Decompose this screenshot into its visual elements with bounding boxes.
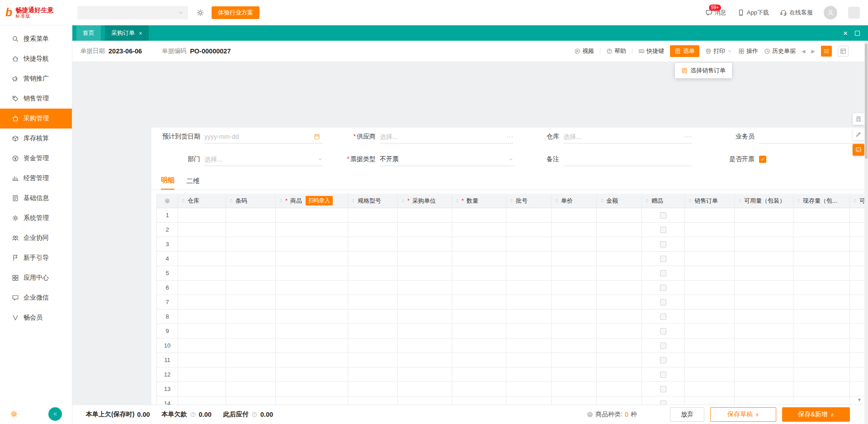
sidebar-item-system[interactable]: 系统管理: [0, 208, 72, 228]
gift-checkbox[interactable]: [660, 372, 666, 378]
notes-tool-button[interactable]: [853, 113, 864, 125]
sidebar-settings-icon[interactable]: [10, 410, 18, 418]
sidebar-item-money[interactable]: 资金管理: [0, 148, 72, 168]
gift-checkbox[interactable]: [660, 299, 666, 305]
column-sort-icon[interactable]: [599, 198, 604, 203]
pick-sales-order-popup[interactable]: 选择销售订单: [675, 63, 732, 78]
fullscreen-icon[interactable]: [855, 31, 860, 36]
tab-detail[interactable]: 明细: [161, 176, 175, 190]
tab-home[interactable]: 首页: [76, 25, 101, 41]
history-button[interactable]: 历史单据: [764, 47, 796, 55]
sidebar-item-inventory[interactable]: 库存核算: [0, 129, 72, 148]
sidebar-item-purchase[interactable]: 采购管理: [0, 109, 72, 129]
column-sort-icon[interactable]: [455, 198, 460, 203]
secondary-avatar[interactable]: [848, 7, 860, 19]
next-doc-arrow[interactable]: ▶: [811, 48, 815, 54]
sidebar-item-sale[interactable]: 销售管理: [0, 89, 72, 109]
column-sort-icon[interactable]: [554, 198, 559, 203]
sidebar-item-apps[interactable]: 应用中心: [0, 268, 72, 288]
dept-input[interactable]: [204, 152, 317, 166]
sidebar-item-collab[interactable]: 企业协同: [0, 228, 72, 248]
gift-checkbox[interactable]: [660, 256, 666, 262]
chevron-down-icon[interactable]: [508, 157, 514, 162]
sidebar-item-wechat[interactable]: 企业微信: [0, 288, 72, 308]
save-and-new-button[interactable]: 保存&新增∧: [782, 407, 850, 422]
column-sort-icon[interactable]: [737, 198, 742, 203]
operations-button[interactable]: 操作: [738, 47, 758, 55]
header-gear-icon[interactable]: [196, 9, 204, 17]
grid-view-toggle[interactable]: [838, 46, 849, 57]
invoice-type-select[interactable]: 不开票: [380, 152, 514, 166]
column-sort-icon[interactable]: [229, 198, 234, 203]
pick-order-button[interactable]: 选单: [670, 45, 699, 57]
sidebar-item-search[interactable]: 搜索菜单: [0, 29, 72, 49]
chevron-down-icon[interactable]: [178, 10, 184, 15]
prev-doc-arrow[interactable]: ◀: [802, 48, 805, 54]
question-circle-icon[interactable]: [251, 411, 258, 418]
remark-input[interactable]: [563, 152, 692, 166]
service-tool-button[interactable]: [853, 144, 864, 156]
column-settings-icon[interactable]: [164, 198, 170, 204]
tab-purchase-order[interactable]: 采购订单 ×: [105, 25, 149, 41]
gift-checkbox[interactable]: [660, 212, 666, 219]
close-all-tabs-icon[interactable]: ×: [843, 29, 848, 37]
tab-close-icon[interactable]: ×: [139, 30, 142, 37]
cancel-button[interactable]: 放弃: [670, 407, 704, 422]
column-sort-icon[interactable]: [181, 198, 186, 203]
hotkey-button[interactable]: 快捷键: [638, 47, 664, 55]
search-input[interactable]: [82, 9, 178, 16]
list-view-toggle[interactable]: [821, 46, 832, 57]
gift-checkbox[interactable]: [660, 357, 666, 363]
user-avatar[interactable]: [824, 6, 837, 19]
gift-checkbox[interactable]: [660, 386, 666, 392]
messages-button[interactable]: 99+ 消息: [705, 9, 726, 17]
column-sort-icon[interactable]: [853, 198, 858, 203]
global-search[interactable]: [77, 6, 188, 19]
sidebar-item-home[interactable]: 快捷导航: [0, 49, 72, 69]
online-service-button[interactable]: 在线客服: [780, 9, 813, 17]
scan-entry-button[interactable]: 扫码录入: [306, 196, 333, 205]
gift-checkbox[interactable]: [660, 241, 666, 248]
dept-select[interactable]: [204, 152, 323, 166]
column-sort-icon[interactable]: [401, 198, 406, 203]
column-sort-icon[interactable]: [509, 198, 514, 203]
column-sort-icon[interactable]: [688, 198, 693, 203]
warehouse-picker-icon[interactable]: ···: [683, 133, 692, 140]
salesman-input[interactable]: [759, 130, 868, 143]
column-sort-icon[interactable]: [796, 198, 801, 203]
supplier-select[interactable]: ···: [380, 130, 514, 143]
expect-date-input[interactable]: [204, 130, 323, 143]
column-sort-icon[interactable]: [645, 198, 650, 203]
save-draft-button[interactable]: 保存草稿∧: [710, 407, 776, 422]
edit-tool-button[interactable]: [853, 129, 864, 140]
scroll-down-hint-icon[interactable]: ▼: [857, 397, 862, 402]
chevron-down-icon[interactable]: [317, 157, 323, 162]
sidebar-item-info[interactable]: 基础信息: [0, 188, 72, 208]
help-button[interactable]: 帮助: [606, 47, 626, 55]
tab-dimension[interactable]: 二维: [186, 177, 200, 190]
gift-checkbox[interactable]: [660, 328, 666, 334]
warehouse-select[interactable]: ···: [563, 130, 692, 143]
sidebar-collapse-button[interactable]: [48, 407, 62, 421]
sidebar-item-business[interactable]: 经营管理: [0, 168, 72, 188]
gift-checkbox[interactable]: [660, 270, 666, 276]
salesman-select[interactable]: ···: [759, 130, 868, 143]
supplier-input[interactable]: [380, 130, 505, 143]
warehouse-input[interactable]: [563, 130, 683, 143]
column-sort-icon[interactable]: [278, 198, 283, 203]
supplier-picker-icon[interactable]: ···: [505, 133, 514, 140]
doc-date-value[interactable]: 2023-06-06: [108, 48, 142, 55]
sidebar-item-megaphone[interactable]: 营销推广: [0, 69, 72, 89]
print-button[interactable]: 打印: [705, 47, 732, 55]
trial-solution-button[interactable]: 体验行业方案: [212, 6, 259, 19]
sidebar-item-member[interactable]: 畅会员: [0, 308, 72, 328]
app-download-button[interactable]: App下载: [737, 9, 769, 17]
column-sort-icon[interactable]: [351, 198, 356, 203]
invoice-flag-checkbox[interactable]: ✓: [759, 156, 766, 163]
question-circle-icon[interactable]: [190, 411, 196, 418]
gift-checkbox[interactable]: [660, 285, 666, 291]
gift-checkbox[interactable]: [660, 343, 666, 349]
sidebar-item-guide[interactable]: 新手引导: [0, 248, 72, 268]
video-button[interactable]: 视频: [574, 47, 594, 55]
vertical-scrollbar-thumb[interactable]: [865, 43, 868, 159]
